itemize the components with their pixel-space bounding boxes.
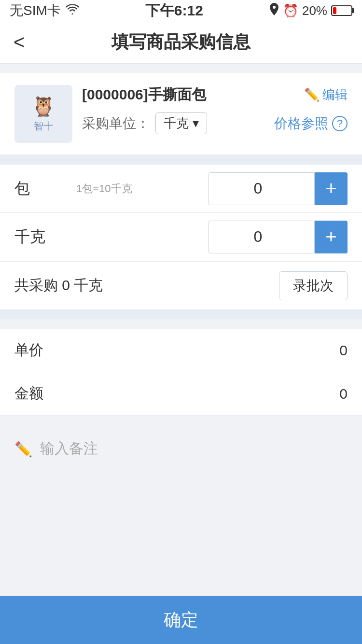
status-right: ⏰ 20% — [269, 3, 352, 19]
quantity-input-group-kg: + — [209, 221, 348, 253]
quantity-label-bao: 包 — [14, 178, 72, 199]
summary-row: 共采购 0 千克 录批次 — [0, 261, 362, 309]
product-thumbnail: 🦉 智十 — [14, 85, 72, 143]
nav-bar: < 填写商品采购信息 — [0, 21, 362, 64]
status-left: 无SIM卡 — [10, 1, 79, 20]
confirm-button-label: 确定 — [164, 608, 198, 632]
price-amount-label: 金额 — [14, 384, 43, 404]
price-amount-value: 0 — [339, 386, 348, 402]
price-row-amount: 金额 0 — [0, 372, 362, 416]
wifi-icon — [66, 3, 79, 18]
quantity-row-bao: 包 1包=10千克 + — [0, 165, 362, 213]
chevron-down-icon: ▾ — [193, 116, 199, 131]
note-section[interactable]: ✏️ 输入备注 — [0, 425, 362, 474]
time-display: 下午6:12 — [145, 1, 203, 21]
quantity-label-kg: 千克 — [14, 226, 72, 248]
page-title: 填写商品采购信息 — [111, 30, 251, 54]
summary-amount: 0 — [62, 277, 74, 293]
quantity-sublabel-bao: 1包=10千克 — [76, 182, 209, 196]
status-bar: 无SIM卡 下午6:12 ⏰ 20% — [0, 0, 362, 21]
section-divider-1 — [0, 155, 362, 165]
quantity-plus-bao[interactable]: + — [315, 172, 348, 205]
pencil-icon: ✏️ — [14, 441, 32, 458]
carrier-label: 无SIM卡 — [10, 1, 61, 20]
back-button[interactable]: < — [14, 31, 25, 53]
product-info: [0000006]手撕面包 ✏️ 编辑 采购单位： 千克 ▾ 价格参照 ? — [82, 85, 348, 134]
battery-icon — [331, 5, 352, 16]
section-divider-2 — [0, 309, 362, 319]
price-ref-question-icon: ? — [332, 116, 348, 131]
product-card: 🦉 智十 [0000006]手撕面包 ✏️ 编辑 采购单位： 千克 ▾ — [0, 73, 362, 155]
unit-value: 千克 — [164, 115, 189, 132]
product-brand-label: 智十 — [34, 120, 53, 133]
quantity-input-bao[interactable] — [209, 172, 315, 205]
location-icon — [269, 3, 279, 19]
quantity-plus-kg[interactable]: + — [315, 221, 348, 253]
price-row-unit: 单价 0 — [0, 329, 362, 372]
summary-unit: 千克 — [74, 277, 103, 293]
product-name: [0000006]手撕面包 — [82, 85, 206, 105]
price-section: 单价 0 金额 0 — [0, 329, 362, 416]
batch-button[interactable]: 录批次 — [279, 271, 348, 300]
price-ref-label: 价格参照 — [274, 114, 328, 133]
quantity-input-group-bao: + — [209, 172, 348, 205]
edit-icon: ✏️ — [304, 87, 320, 102]
unit-dropdown[interactable]: 千克 ▾ — [155, 112, 207, 134]
quantity-section: 包 1包=10千克 + 千克 + 共采购 0 千克 录批次 — [0, 165, 362, 309]
alarm-icon: ⏰ — [283, 3, 298, 18]
summary-prefix: 共采购 — [14, 277, 62, 293]
quantity-row-kg: 千克 + — [0, 213, 362, 261]
price-unit-label: 单价 — [14, 340, 43, 360]
summary-text: 共采购 0 千克 — [14, 276, 103, 295]
product-owl-icon: 🦉 — [31, 95, 56, 118]
price-ref-button[interactable]: 价格参照 ? — [274, 114, 348, 133]
battery-percent: 20% — [302, 3, 327, 18]
note-placeholder: 输入备注 — [40, 439, 98, 459]
confirm-button[interactable]: 确定 — [0, 596, 362, 644]
price-unit-value: 0 — [339, 342, 348, 359]
edit-label: 编辑 — [322, 86, 348, 103]
edit-button[interactable]: ✏️ 编辑 — [304, 86, 348, 103]
quantity-input-kg[interactable] — [209, 221, 315, 253]
purchase-unit-label: 采购单位： — [82, 114, 150, 133]
